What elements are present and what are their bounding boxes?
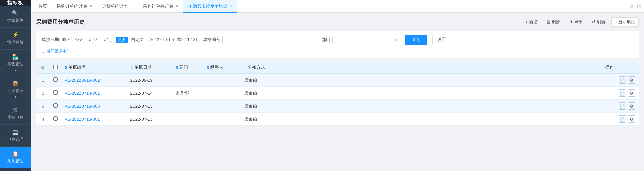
- row-handler-3: [203, 100, 240, 113]
- th-doc-no[interactable]: ⇅ 单据编号: [61, 61, 127, 74]
- row-doc-no-2: PE-20220714-001: [61, 87, 127, 100]
- row-checkbox-input-4[interactable]: [53, 116, 58, 121]
- th-handler[interactable]: ⇅ 经手人: [203, 61, 240, 74]
- chevron-down-icon: ▾: [15, 68, 16, 72]
- search-icon: 🔍: [12, 10, 19, 16]
- th-handler-sort[interactable]: ⇅ 经手人: [207, 64, 237, 70]
- query-button[interactable]: 查询: [405, 35, 427, 45]
- select-all-checkbox[interactable]: [53, 65, 58, 69]
- table-row: 3 PE-20220713-003 2022-07-13 按金额 📄 ⚙: [36, 100, 639, 113]
- th-doc-no-sort[interactable]: ⇅ 单据编号: [65, 64, 123, 70]
- row-checkbox-input-2[interactable]: [53, 90, 58, 95]
- row-num-4: 4: [36, 113, 50, 126]
- th-method-sort[interactable]: ⇅ 分摊方式: [244, 64, 598, 70]
- sidebar-item-quicknav-label: 快捷导航: [7, 39, 23, 45]
- doc-no-input[interactable]: [222, 36, 316, 44]
- date-today[interactable]: 今天: [74, 37, 85, 43]
- date-range-item: 2022-01-01 至 2022-12-31: [150, 37, 197, 43]
- th-settings[interactable]: ⚙: [36, 61, 50, 74]
- doc-no-label: 单据编号: [203, 37, 220, 43]
- tab-purchase-exec[interactable]: 采购订单执行表 ✕: [138, 0, 183, 13]
- doc-no-link-3[interactable]: PE-20220713-003: [64, 104, 100, 109]
- refresh-button[interactable]: ↺ 刷新: [589, 18, 608, 26]
- close-tab-inbound-stats[interactable]: ✕: [130, 4, 133, 8]
- date-1month[interactable]: 近1月: [102, 37, 115, 43]
- sidebar-logo: 指标板: [0, 0, 31, 6]
- close-tab-purchase-order-stats[interactable]: ✕: [89, 4, 92, 8]
- quicknav-icon: ⚡: [12, 32, 19, 38]
- row-method-2: 按金额: [240, 87, 602, 100]
- tab-inbound-stats[interactable]: 进货单统计表 ✕: [97, 0, 138, 13]
- sort-method-icon: ⇅: [244, 66, 247, 69]
- row-doc-no-4: PE-20220713-001: [61, 113, 127, 126]
- filter-settings-button[interactable]: 设置: [432, 35, 451, 45]
- th-dept-sort[interactable]: ⇅ 部门: [176, 64, 200, 70]
- gear-settings-icon[interactable]: ⚙: [41, 65, 45, 70]
- tab-purchase-cost-history[interactable]: 采购费用分摊单历史 ✕: [183, 0, 237, 13]
- row-handler-4: [203, 113, 240, 126]
- row-edit-icon-2[interactable]: 📄: [619, 89, 626, 97]
- row-checkbox-3[interactable]: [50, 100, 61, 113]
- row-edit-icon-3[interactable]: 📄: [619, 102, 626, 110]
- sidebar-item-purchase[interactable]: 📋 采购管理: [0, 147, 31, 168]
- data-table: ⚙ ⇅ 单据编号 ⇅: [36, 61, 639, 126]
- th-date-label: 单据日期: [134, 64, 152, 70]
- row-more-icon-4[interactable]: ⚙: [628, 115, 635, 123]
- export-button[interactable]: ⬆ 导出: [567, 18, 586, 26]
- th-method[interactable]: ⇅ 分摊方式: [240, 61, 602, 74]
- expand-conditions-btn[interactable]: ⌄ 展开更多条件: [42, 48, 70, 54]
- row-checkbox-input-3[interactable]: [53, 103, 58, 108]
- close-tab-purchase-cost-history[interactable]: ✕: [229, 4, 232, 8]
- date-label: 单据日期: [42, 37, 59, 43]
- doc-no-link-1[interactable]: PE-20220919-002: [64, 78, 100, 83]
- row-more-icon-2[interactable]: ⚙: [628, 89, 635, 97]
- sidebar-item-quicknav[interactable]: ⚡ 快捷导航: [0, 28, 31, 50]
- row-checkbox-input-1[interactable]: [53, 77, 58, 82]
- doc-no-link-4[interactable]: PE-20220713-001: [64, 117, 100, 122]
- table-head: ⚙ ⇅ 单据编号 ⇅: [36, 61, 639, 74]
- doc-no-link-2[interactable]: PE-20220714-001: [64, 91, 100, 96]
- row-more-icon-3[interactable]: ⚙: [628, 102, 635, 110]
- date-yesterday[interactable]: 昨天: [61, 37, 72, 43]
- ecommerce-small-icon: 🛒: [12, 107, 19, 113]
- tab-purchase-order-stats[interactable]: 采购订单统计表 ✕: [52, 0, 97, 13]
- sidebar-item-inventory[interactable]: 📊 库存核算: [0, 168, 31, 171]
- row-num-2: 2: [36, 87, 50, 100]
- sidebar-item-ecommerce-small-label: 小畅电商: [7, 115, 23, 120]
- row-edit-icon-1[interactable]: 📄: [619, 76, 626, 84]
- sidebar-item-ecommerce[interactable]: 💻 电商管理: [0, 125, 31, 147]
- row-doc-no-3: PE-20220713-003: [61, 100, 127, 113]
- row-date-3: 2022-07-13: [127, 100, 172, 113]
- sidebar-item-wholesale[interactable]: 📦 批发管理 ▾: [0, 76, 31, 103]
- delete-button[interactable]: 🗑 删除: [544, 18, 564, 26]
- date-7days[interactable]: 近7天: [87, 37, 100, 43]
- row-handler-1: [203, 74, 240, 87]
- th-dept[interactable]: ⇅ 部门: [172, 61, 203, 74]
- row-more-icon-1[interactable]: ⚙: [628, 76, 635, 84]
- filter-row-expand: ⌄ 展开更多条件: [42, 48, 633, 54]
- close-all-tabs-icon[interactable]: ✕: [629, 3, 634, 9]
- row-dept-3: [172, 100, 203, 113]
- sidebar-item-retail[interactable]: 🏪 零售管理 ▾: [0, 50, 31, 76]
- th-date[interactable]: ⇅ 单据日期: [127, 61, 172, 74]
- filter-row-1: 单据日期 昨天 今天 近7天 近1月 更多 自定义 2022-01-01 至 2…: [42, 35, 633, 45]
- row-checkbox-4[interactable]: [50, 113, 61, 126]
- sidebar-item-ecommerce-small[interactable]: 🛒 小畅电商: [0, 103, 31, 125]
- sort-handler-icon: ⇅: [207, 66, 209, 69]
- sidebar-item-search[interactable]: 🔍 搜索菜单: [0, 6, 31, 28]
- table-row: 1 PE-20220919-002 2022-09-19 按金额 📄 ⚙: [36, 74, 639, 87]
- tab-home[interactable]: 首页: [34, 0, 52, 13]
- row-checkbox-1[interactable]: [50, 74, 61, 87]
- maximize-icon[interactable]: ⊡: [637, 3, 641, 9]
- row-edit-icon-4[interactable]: 📄: [619, 115, 626, 123]
- row-method-3: 按金额: [240, 100, 602, 113]
- date-more[interactable]: 更多: [116, 37, 128, 43]
- show-cols-button[interactable]: □ 显示明细: [611, 17, 639, 27]
- row-checkbox-2[interactable]: [50, 87, 61, 100]
- dept-select[interactable]: [332, 36, 399, 44]
- add-button[interactable]: + 新增: [522, 18, 540, 26]
- th-checkbox[interactable]: [50, 61, 61, 74]
- close-tab-purchase-exec[interactable]: ✕: [175, 4, 178, 8]
- date-custom[interactable]: 自定义: [130, 37, 145, 43]
- th-date-sort[interactable]: ⇅ 单据日期: [130, 64, 169, 70]
